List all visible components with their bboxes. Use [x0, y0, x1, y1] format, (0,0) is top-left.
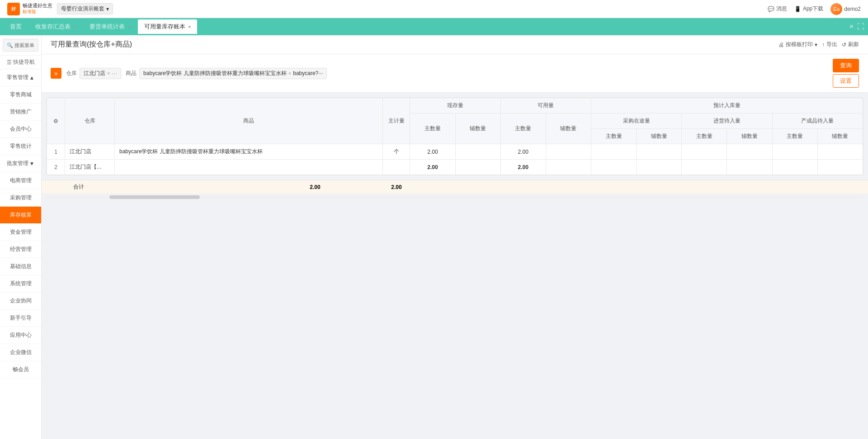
- search-menu-btn[interactable]: 🔍 搜索菜单: [3, 39, 38, 52]
- sidebar-item-label: 新手引导: [10, 315, 32, 321]
- sidebar-item-marketing[interactable]: 营销推广: [0, 104, 41, 121]
- tab-receivables[interactable]: 收发存汇总表 ×: [29, 19, 82, 34]
- row-2-available-aux: [546, 160, 591, 175]
- industry-selector[interactable]: 母婴行业演示账套 ▾: [57, 3, 113, 14]
- row-1-available-main: 2.00: [500, 144, 546, 160]
- sidebar-item-retail-mgmt[interactable]: 零售管理 ▲: [0, 69, 41, 86]
- filter-expand-btn[interactable]: »: [51, 68, 61, 79]
- tab-available-inventory-close[interactable]: ×: [188, 24, 191, 29]
- sidebar-item-app-center[interactable]: 应用中心: [0, 327, 41, 344]
- product-tag-2: babycare?···: [293, 70, 323, 76]
- tab-available-inventory-label: 可用量库存账本: [144, 23, 185, 31]
- warehouse-tag-close[interactable]: ×: [107, 71, 110, 76]
- fullscreen-btn[interactable]: ⛶: [857, 23, 864, 31]
- table-row: 1 江北门店 babycare学饮杯 儿童防摔防撞吸管杯重力球吸嘴杯宝宝水杯 个…: [47, 144, 863, 160]
- expand-icon: »: [54, 70, 58, 77]
- sidebar-item-finance[interactable]: 资金管理: [0, 224, 41, 241]
- th-purchase-main: 主数量: [591, 129, 637, 144]
- sidebar-item-label: 资金管理: [10, 229, 32, 235]
- sidebar-item-enterprise[interactable]: 企业协同: [0, 293, 41, 310]
- refresh-btn[interactable]: ↺ 刷新: [842, 41, 859, 48]
- sidebar-item-label: 零售商城: [10, 91, 32, 98]
- row-2-incoming-aux: [727, 160, 772, 175]
- settings-btn[interactable]: 设置: [833, 74, 859, 88]
- message-icon: 💬: [768, 6, 774, 12]
- product-filter: 商品 babycare学饮杯 儿童防摔防撞吸管杯重力球吸嘴杯宝宝水杯 × bab…: [126, 68, 327, 79]
- page-actions: 🖨 按模板打印 ▾ ↑ 导出 ↺ 刷新: [778, 41, 859, 48]
- row-1-seq: 1: [47, 144, 65, 160]
- row-1-unit: 个: [383, 144, 410, 160]
- content-area: 可用量查询(按仓库+商品) 🖨 按模板打印 ▾ ↑ 导出 ↺ 刷新: [42, 35, 868, 439]
- sidebar-item-purchase[interactable]: 采购管理: [0, 189, 41, 207]
- message-label: 消息: [776, 5, 787, 13]
- horizontal-scrollbar-thumb[interactable]: [109, 195, 200, 199]
- th-produced-main: 主数量: [772, 129, 817, 144]
- print-template-btn[interactable]: 🖨 按模板打印 ▾: [778, 41, 817, 48]
- print-icon: 🖨: [778, 42, 784, 48]
- sidebar-item-label: 企业协同: [10, 297, 32, 304]
- th-incoming-aux: 辅数量: [727, 129, 772, 144]
- page-title: 可用量查询(按仓库+商品): [51, 40, 132, 49]
- th-purchase-transit: 采购在途量: [591, 113, 682, 129]
- row-1-purchase-aux: [637, 144, 682, 160]
- sidebar-item-wholesale[interactable]: 批发管理 ▼: [0, 155, 41, 172]
- sidebar-item-base-info[interactable]: 基础信息: [0, 258, 41, 275]
- avatar: Ea: [830, 3, 842, 15]
- top-bar-left: 好 畅捷通好生意 标准版 母婴行业演示账套 ▾: [7, 3, 113, 15]
- logo-icon: 好: [7, 3, 20, 15]
- product-value-2: babycare?···: [293, 70, 323, 76]
- th-planned-group: 预计入库量: [591, 98, 863, 113]
- tab-home[interactable]: 首页: [4, 19, 28, 34]
- product-tag-1-close[interactable]: ×: [288, 71, 291, 76]
- sidebar-item-operations[interactable]: 经营管理: [0, 241, 41, 258]
- close-all-tabs-btn[interactable]: ×: [849, 23, 854, 31]
- sidebar-item-label: 零售统计: [10, 143, 32, 149]
- sidebar-item-member-pro[interactable]: 畅会员: [0, 361, 41, 378]
- refresh-icon: ↺: [842, 42, 846, 48]
- user-profile[interactable]: Ea demo2: [830, 3, 861, 15]
- tab-available-inventory[interactable]: 可用量库存账本 ×: [138, 19, 197, 34]
- tab-receivables-label: 收发存汇总表: [35, 23, 71, 31]
- sidebar-item-ecommerce[interactable]: 电商管理: [0, 172, 41, 189]
- query-btn[interactable]: 查询: [833, 59, 859, 72]
- warehouse-more-btn[interactable]: ···: [112, 70, 117, 77]
- search-icon: 🔍: [7, 42, 13, 48]
- sidebar-nav-btn[interactable]: ☰ 快捷导航: [0, 56, 41, 69]
- row-1-incoming-aux: [727, 144, 772, 160]
- row-1-product: babycare学饮杯 儿童防摔防撞吸管杯重力球吸嘴杯宝宝水杯: [115, 144, 383, 160]
- sidebar-item-member[interactable]: 会员中心: [0, 121, 41, 138]
- th-unit: 主计量: [383, 98, 410, 144]
- sidebar-item-label: 批发管理: [7, 160, 28, 167]
- th-incoming-pending: 进货待入量: [682, 113, 772, 129]
- sidebar-item-label: 会员中心: [10, 126, 32, 132]
- th-available-main: 主数量: [500, 113, 546, 144]
- sidebar-item-label: 采购管理: [10, 194, 32, 201]
- tab-purchase-stats-close[interactable]: ×: [127, 24, 130, 29]
- top-bar-right: 💬 消息 📱 App下载 Ea demo2: [768, 3, 861, 15]
- row-2-incoming-main: [682, 160, 727, 175]
- export-btn[interactable]: ↑ 导出: [822, 41, 837, 48]
- sidebar-item-label: 经营管理: [10, 246, 32, 252]
- gear-icon[interactable]: ⚙: [53, 118, 58, 124]
- tab-receivables-close[interactable]: ×: [73, 24, 76, 29]
- sidebar-item-system[interactable]: 系统管理: [0, 275, 41, 293]
- sidebar-item-label: 畅会员: [13, 366, 29, 373]
- sidebar-item-label: 库存核算: [10, 212, 32, 218]
- export-label: 导出: [826, 41, 837, 48]
- table-row: 2 江北门店【... 2.00 2.00: [47, 160, 863, 175]
- message-action[interactable]: 💬 消息: [768, 5, 787, 13]
- th-purchase-aux: 辅数量: [637, 129, 682, 144]
- row-2-unit: [383, 160, 410, 175]
- tab-purchase-stats[interactable]: 要货单统计表 ×: [83, 19, 137, 34]
- sidebar-item-wechat[interactable]: 企业微信: [0, 344, 41, 361]
- horizontal-scrollbar-track: [46, 195, 863, 199]
- app-download-action[interactable]: 📱 App下载: [794, 5, 823, 13]
- filter-action-btns: 查询 设置: [833, 59, 859, 88]
- sidebar-item-guide[interactable]: 新手引导: [0, 310, 41, 327]
- sidebar-item-retail-stats[interactable]: 零售统计: [0, 138, 41, 155]
- sidebar-item-inventory[interactable]: 库存核算: [0, 207, 41, 224]
- export-icon: ↑: [822, 42, 825, 48]
- row-2-produced-aux: [817, 160, 863, 175]
- sidebar-item-retail-mall[interactable]: 零售商城: [0, 86, 41, 104]
- tab-purchase-stats-label: 要货单统计表: [90, 23, 125, 31]
